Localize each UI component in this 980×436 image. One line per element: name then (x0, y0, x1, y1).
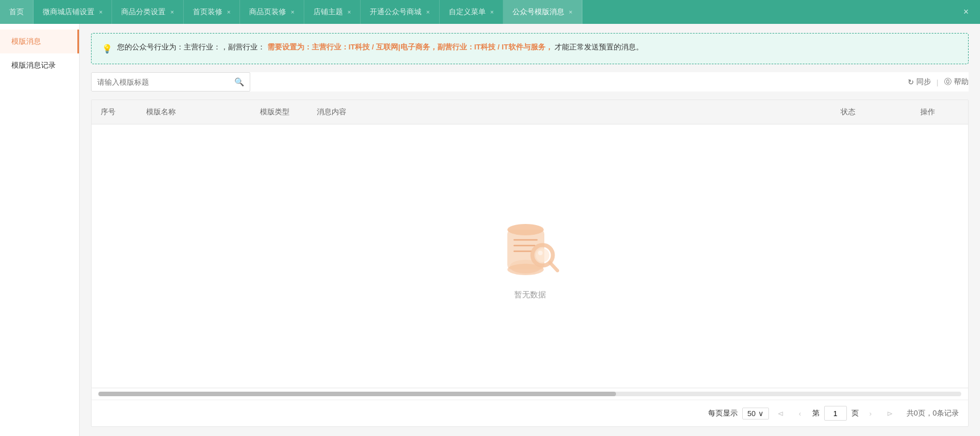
tab-store-settings-close[interactable]: × (99, 9, 102, 15)
global-close-button[interactable]: × (952, 0, 980, 24)
empty-state: 暂无数据 (92, 124, 968, 388)
top-navigation: 首页 微商城店铺设置 × 商品分类设置 × 首页装修 × 商品页装修 × 店铺主… (0, 0, 980, 24)
svg-point-2 (507, 224, 544, 235)
notice-highlight: 需要设置为：主营行业：IT科技 / 互联网|电子商务，副营行业：IT科技 / I… (267, 43, 553, 51)
notice-text: 您的公众号行业为：主营行业：，副营行业： 需要设置为：主营行业：IT科技 / 互… (117, 41, 643, 53)
svg-point-10 (538, 251, 543, 255)
tab-product-category-label: 商品分类设置 (121, 7, 166, 17)
content-area: 💡 您的公众号行业为：主营行业：，副营行业： 需要设置为：主营行业：IT科技 /… (80, 24, 980, 436)
page-unit: 页 (851, 408, 859, 418)
help-icon: ⓪ (944, 77, 952, 87)
tab-product-page[interactable]: 商品页装修 × (240, 0, 304, 24)
last-page-button[interactable]: ⊳ (883, 406, 898, 421)
tab-store-settings-label: 微商城店铺设置 (43, 7, 94, 17)
tab-store-theme-close[interactable]: × (348, 9, 351, 15)
toolbar-right: ↻ 同步 | ⓪ 帮助 (908, 77, 969, 87)
tab-product-category[interactable]: 商品分类设置 × (112, 0, 183, 24)
per-page-label: 每页显示 (708, 408, 738, 418)
sync-label: 同步 (916, 77, 931, 87)
page-label: 第 (812, 408, 820, 418)
tab-product-page-label: 商品页装修 (249, 7, 286, 17)
tab-home-decor[interactable]: 首页装修 × (184, 0, 240, 24)
svg-line-9 (550, 263, 557, 271)
tab-home-decor-label: 首页装修 (193, 7, 222, 17)
next-page-button[interactable]: › (863, 406, 878, 421)
main-layout: 模版消息 模版消息记录 💡 您的公众号行业为：主营行业：，副营行业： 需要设置为… (0, 24, 980, 436)
tab-custom-menu[interactable]: 自定义菜单 × (440, 0, 503, 24)
tab-template-msg-label: 公众号模版消息 (512, 7, 564, 17)
notice-icon: 💡 (102, 42, 113, 56)
notice-text1: 您的公众号行业为：主营行业：，副营行业： (117, 43, 265, 51)
prev-page-button[interactable]: ‹ (793, 406, 808, 421)
notice-box: 💡 您的公众号行业为：主营行业：，副营行业： 需要设置为：主营行业：IT科技 /… (91, 33, 969, 64)
sidebar-item-template-msg-label: 模版消息 (11, 37, 41, 45)
chevron-down-icon: ∨ (758, 409, 764, 418)
tab-store-settings[interactable]: 微商城店铺设置 × (34, 0, 112, 24)
tab-home-label: 首页 (9, 7, 24, 17)
per-page-select[interactable]: 50 ∨ (742, 408, 768, 420)
th-name: 模版名称 (137, 100, 251, 124)
th-content: 消息内容 (308, 100, 832, 124)
scroll-track[interactable] (98, 392, 961, 396)
sidebar-item-template-msg[interactable]: 模版消息 (0, 30, 79, 53)
page-input[interactable] (824, 406, 847, 421)
sidebar-item-template-msg-log[interactable]: 模版消息记录 (0, 53, 79, 77)
tab-store-theme[interactable]: 店铺主题 × (304, 0, 361, 24)
per-page-value: 50 (747, 409, 755, 418)
tab-custom-menu-close[interactable]: × (490, 9, 494, 15)
sync-icon: ↻ (908, 78, 914, 86)
scroll-thumb (98, 392, 616, 396)
search-box: 🔍 (91, 72, 250, 92)
sidebar: 模版消息 模版消息记录 (0, 24, 80, 436)
toolbar-divider: | (937, 78, 938, 86)
tab-product-page-close[interactable]: × (291, 9, 294, 15)
first-page-button[interactable]: ⊲ (774, 406, 788, 421)
help-label: 帮助 (954, 77, 969, 87)
tab-template-msg[interactable]: 公众号模版消息 × (503, 0, 582, 24)
svg-point-8 (536, 248, 549, 262)
pagination: 每页显示 50 ∨ ⊲ ‹ 第 页 › ⊳ 共0页，0条记录 (92, 400, 968, 426)
th-type: 模版类型 (251, 100, 308, 124)
tab-store-theme-label: 店铺主题 (313, 7, 343, 17)
tab-open-mall-label: 开通公众号商城 (370, 7, 421, 17)
tab-open-mall[interactable]: 开通公众号商城 × (361, 0, 439, 24)
toolbar: 🔍 ↻ 同步 | ⓪ 帮助 (91, 72, 969, 92)
sidebar-item-template-msg-log-label: 模版消息记录 (11, 61, 56, 69)
tab-template-msg-close[interactable]: × (569, 9, 572, 15)
sync-button[interactable]: ↻ 同步 (908, 77, 931, 87)
tab-open-mall-close[interactable]: × (426, 9, 429, 15)
search-input[interactable] (97, 78, 234, 86)
tab-custom-menu-label: 自定义菜单 (449, 7, 486, 17)
empty-icon (496, 213, 564, 281)
help-button[interactable]: ⓪ 帮助 (944, 77, 969, 87)
data-table: 序号 模版名称 模版类型 消息内容 状态 操作 (91, 99, 969, 427)
th-seq: 序号 (92, 100, 137, 124)
tab-home[interactable]: 首页 (0, 0, 34, 24)
search-icon[interactable]: 🔍 (234, 77, 244, 86)
th-status: 状态 (832, 100, 911, 124)
notice-text2: 才能正常发送预置的消息。 (555, 43, 643, 51)
empty-text: 暂无数据 (514, 290, 546, 300)
scrollbar-area[interactable] (92, 388, 968, 400)
th-action: 操作 (911, 100, 968, 124)
table-header: 序号 模版名称 模版类型 消息内容 状态 操作 (92, 100, 968, 124)
tab-home-decor-close[interactable]: × (227, 9, 230, 15)
total-info: 共0页，0条记录 (907, 408, 959, 418)
tab-product-category-close[interactable]: × (170, 9, 173, 15)
